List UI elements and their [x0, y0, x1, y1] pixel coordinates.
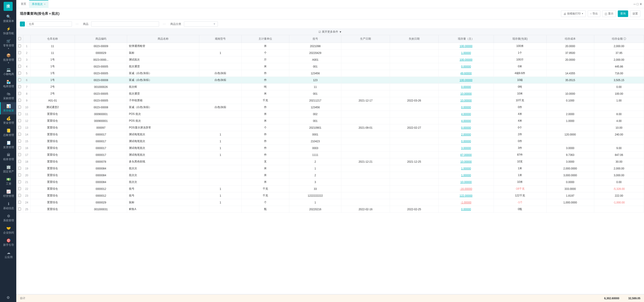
row-checkbox[interactable] [16, 104, 23, 111]
row-checkbox[interactable] [16, 192, 23, 199]
display-button[interactable]: ◫ 显示 [602, 11, 616, 17]
row-checkbox[interactable] [16, 43, 23, 50]
row-current-qty[interactable]: 0.00000 [438, 124, 494, 131]
sidebar-item-retail[interactable]: 🛒 零售管理 ▼ [0, 37, 16, 51]
row-checkbox[interactable] [16, 206, 23, 213]
row-checkbox[interactable] [16, 179, 23, 186]
row-current-qty[interactable]: 1.00000 [438, 172, 494, 179]
row-current-qty[interactable]: 49.60000 [438, 70, 494, 77]
export-icon: ↑ [590, 12, 592, 16]
row-checkbox[interactable] [16, 56, 23, 63]
row-current-qty[interactable]: 4.00000 [438, 118, 494, 124]
query-button[interactable]: 查询 [618, 11, 628, 17]
row-checkbox[interactable] [16, 50, 23, 56]
row-current-qty[interactable]: 10.00000 [438, 90, 494, 97]
tab-home[interactable]: 首页 [18, 2, 29, 6]
warehouse-input[interactable] [27, 21, 72, 27]
row-current-qty[interactable]: 0.00000 [438, 206, 494, 213]
minimize-icon[interactable]: ─ [634, 2, 636, 6]
settings-button[interactable]: ⚙ [0, 293, 16, 302]
sidebar-item-wholesale[interactable]: 📦 批发管理 ▼ [0, 51, 16, 66]
select-all-checkbox[interactable] [18, 37, 21, 40]
sidebar-item-inventory[interactable]: 📊 库存核算 [0, 102, 16, 114]
row-checkbox[interactable] [16, 63, 23, 70]
row-current-qty-pkg: 3件 [494, 145, 546, 152]
row-current-qty[interactable]: 0.00000 [438, 84, 494, 90]
row-checkbox[interactable] [16, 145, 23, 152]
filter-arrow-button[interactable]: › [20, 22, 25, 27]
sidebar-item-assets[interactable]: 🏢 固定资产 [0, 163, 16, 175]
row-checkbox[interactable] [16, 131, 23, 138]
col-checkbox[interactable] [16, 35, 23, 43]
expand-conditions-button[interactable]: ☑ 展开更多条件 ▼ [318, 30, 342, 34]
tab-close-button[interactable]: × [44, 3, 46, 6]
sidebar-item-ec[interactable]: 🏪 电商管理 [0, 78, 16, 90]
row-current-qty[interactable]: 10.00000 [438, 158, 494, 165]
row-batch: 001 [289, 118, 341, 124]
sidebar-item-system[interactable]: ⚙ 系统管理 [0, 212, 16, 224]
category-selector[interactable]: ▼ [184, 21, 218, 27]
sidebar-item-quicknav[interactable]: ⚡ 快捷导航 [0, 25, 16, 37]
row-production-date [341, 118, 390, 124]
sidebar-item-cloud[interactable]: ☁ 云应用 [0, 249, 16, 261]
row-checkbox[interactable] [16, 138, 23, 145]
row-current-qty[interactable]: 3.00000 [438, 145, 494, 152]
sidebar-item-collab[interactable]: 🤝 企业协同 [0, 224, 16, 237]
row-checkbox[interactable] [16, 172, 23, 179]
close-window-icon[interactable]: ✕ [640, 2, 642, 6]
sidebar-item-guide[interactable]: 🎯 新手引导 [0, 237, 16, 249]
row-checkbox[interactable] [16, 186, 23, 192]
row-checkbox[interactable] [16, 84, 23, 90]
print-button[interactable]: 🖨 按模板打印 ▼ [561, 11, 586, 17]
row-checkbox[interactable] [16, 97, 23, 104]
sidebar-item-tax[interactable]: 🏛 税务管理 [0, 151, 16, 163]
row-checkbox[interactable] [16, 118, 23, 124]
sidebar-item-search[interactable]: 🔍 搜索菜单 [0, 13, 16, 25]
table-container[interactable]: 仓库名称 商品编码 商品名称 规格型号 主计量单位 批号 生产日期 失效日期 现… [16, 35, 644, 294]
row-batch: 1 [289, 165, 341, 172]
sidebar-item-ledger[interactable]: 📒 总账管理 [0, 127, 16, 139]
row-current-qty[interactable]: 100.00000 [438, 56, 494, 63]
restore-icon[interactable]: □ [637, 2, 638, 6]
row-current-qty[interactable]: 1.00000 [438, 165, 494, 172]
row-goods-code: 000097 [75, 124, 127, 131]
row-current-qty[interactable]: 0.00000 [438, 138, 494, 145]
goods-input[interactable] [91, 21, 159, 27]
sidebar-item-purchase[interactable]: 🛍 采购管理 [0, 90, 16, 102]
row-spec: 白色/灰棕 [199, 77, 242, 84]
row-checkbox[interactable] [16, 77, 23, 84]
sidebar-item-smallec[interactable]: 💻 小额电商 [0, 66, 16, 78]
row-checkbox[interactable] [16, 90, 23, 97]
sidebar-item-finance[interactable]: 💰 资金管理 [0, 114, 16, 127]
export-button[interactable]: ↑ 导出 [588, 11, 600, 17]
sidebar-item-baseinfo[interactable]: ℹ 基础信息 [0, 200, 16, 212]
row-checkbox[interactable] [16, 199, 23, 206]
management-icon: 📈 [6, 189, 11, 194]
row-checkbox[interactable] [16, 124, 23, 131]
row-current-qty[interactable]: 10.00000 [438, 179, 494, 186]
row-current-qty[interactable]: 10.00000 [438, 97, 494, 104]
sidebar-item-management[interactable]: 📈 经营管理 [0, 188, 16, 200]
row-checkbox[interactable] [16, 165, 23, 172]
row-current-qty[interactable]: 100.00000 [438, 43, 494, 50]
row-checkbox[interactable] [16, 158, 23, 165]
row-checkbox[interactable] [16, 111, 23, 118]
row-current-qty[interactable]: 87.00000 [438, 152, 494, 158]
row-current-qty[interactable]: 1.00000 [438, 50, 494, 56]
row-current-qty[interactable]: 122.00000 [438, 192, 494, 199]
row-checkbox[interactable] [16, 152, 23, 158]
settings-page-button[interactable]: 设置 [630, 11, 640, 17]
row-batch: 1 [289, 199, 341, 206]
row-current-qty[interactable]: 0.00000 [438, 63, 494, 70]
sidebar-item-salary[interactable]: 💵 工资 [0, 175, 16, 188]
row-current-qty[interactable]: -16.00000 [438, 186, 494, 192]
table-row: 21 置置综仓 0000084 批次次 米 3 10.00000 10米 0.0… [16, 179, 644, 186]
row-current-qty[interactable]: 0.00000 [438, 104, 494, 111]
row-current-qty[interactable]: 2.00000 [438, 131, 494, 138]
sidebar-item-invoice[interactable]: 🧾 发票管理 [0, 139, 16, 151]
row-checkbox[interactable] [16, 70, 23, 77]
row-current-qty[interactable]: 100.00000 [438, 77, 494, 84]
row-current-qty[interactable]: 4.00000 [438, 111, 494, 118]
tab-inventory-batch[interactable]: 库存批次 × [29, 0, 48, 8]
row-current-qty[interactable]: -1.00000 [438, 199, 494, 206]
